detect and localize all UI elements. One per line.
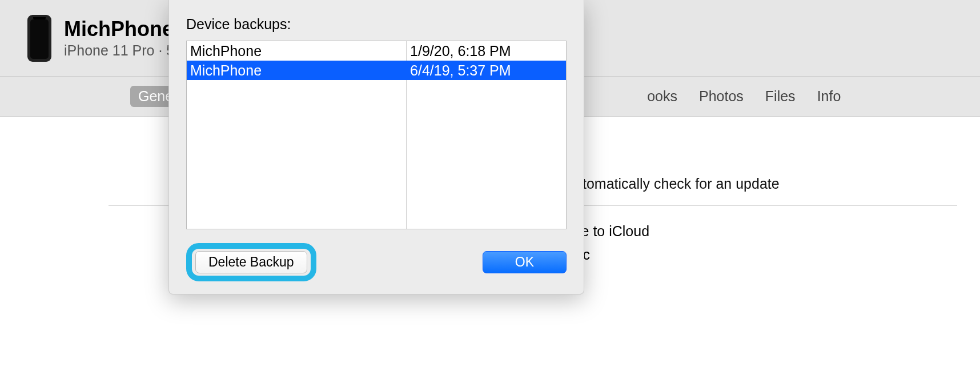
- backup-row[interactable]: MichPhone 6/4/19, 5:37 PM: [187, 61, 566, 80]
- iphone-icon: [27, 15, 51, 62]
- annotation-highlight: Delete Backup: [186, 243, 316, 281]
- tab-files[interactable]: Files: [765, 88, 796, 105]
- update-text: tomatically check for an update: [583, 174, 957, 194]
- backup-name: MichPhone: [187, 61, 407, 80]
- backup-list-empty-area: [187, 80, 566, 229]
- delete-backup-button[interactable]: Delete Backup: [195, 251, 307, 273]
- device-model: iPhone 11 Pro · 5: [64, 42, 174, 59]
- backup-list[interactable]: MichPhone 1/9/20, 6:18 PM MichPhone 6/4/…: [186, 41, 567, 229]
- backup-row[interactable]: MichPhone 1/9/20, 6:18 PM: [187, 41, 566, 61]
- dialog-buttons: Delete Backup OK: [186, 243, 567, 281]
- tab-info[interactable]: Info: [817, 88, 841, 105]
- backup-date: 6/4/19, 5:37 PM: [407, 61, 566, 80]
- backup-name: MichPhone: [187, 41, 407, 61]
- dialog-title: Device backups:: [186, 16, 567, 33]
- backup-date: 1/9/20, 6:18 PM: [407, 41, 566, 61]
- tab-photos[interactable]: Photos: [699, 88, 744, 105]
- tab-books[interactable]: ooks: [647, 88, 677, 105]
- device-name: MichPhone: [64, 17, 174, 41]
- device-backups-dialog: Device backups: MichPhone 1/9/20, 6:18 P…: [168, 0, 584, 295]
- ok-button[interactable]: OK: [483, 251, 567, 273]
- device-info: MichPhone iPhone 11 Pro · 5: [64, 17, 174, 59]
